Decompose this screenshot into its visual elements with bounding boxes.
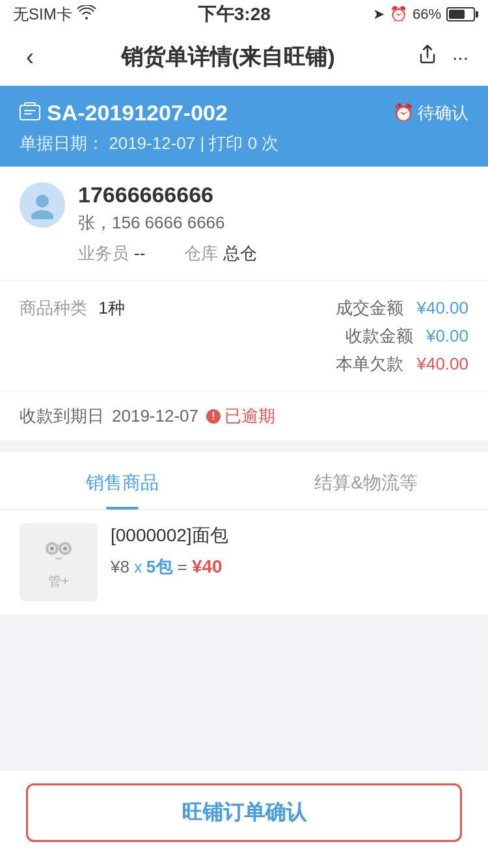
receive-amount-value: ¥0.00: [426, 326, 468, 346]
overdue-dot-icon: !: [206, 409, 221, 424]
receive-amount-label: 收款金额: [346, 325, 413, 347]
deal-amount-label: 成交金额: [336, 297, 403, 319]
product-info: [0000002]面包 ¥8 x 5包 = ¥40: [111, 523, 468, 578]
product-qty: 5包: [146, 557, 172, 576]
product-type: 商品种类 1种: [20, 297, 125, 319]
due-date-section: 收款到期日 2019-12-07 ! 已逾期: [0, 391, 488, 441]
carrier-label: 无SIM卡: [13, 4, 72, 25]
product-name: [0000002]面包: [111, 523, 468, 548]
product-total: ¥40: [192, 556, 223, 576]
owed-amount-label: 本单欠款: [336, 353, 403, 375]
svg-rect-0: [20, 105, 40, 120]
order-icon: [20, 100, 40, 126]
thumb-sub-label: 管+: [48, 573, 69, 590]
tabs-bar: 销售商品 结算&物流等: [0, 452, 488, 510]
time-display: 下午3:28: [198, 2, 271, 27]
owed-amount-row: 本单欠款 ¥40.00: [336, 353, 468, 375]
status-left: 无SIM卡: [13, 4, 96, 25]
order-header-top: SA-20191207-002 ⏰ 待确认: [20, 100, 468, 126]
product-card: 管+ [0000002]面包 ¥8 x 5包 = ¥40: [0, 510, 488, 614]
nav-actions: ···: [416, 43, 468, 71]
product-price: ¥8 x 5包 = ¥40: [111, 556, 468, 578]
customer-card: 17666666666 张，156 6666 6666 业务员 -- 仓库 总仓…: [0, 167, 488, 441]
location-icon: ➤: [373, 6, 385, 23]
page-title: 销货单详情(来自旺铺): [121, 42, 335, 72]
customer-meta: 业务员 -- 仓库 总仓: [78, 242, 468, 265]
svg-point-2: [31, 210, 53, 219]
bottom-bar: 旺铺订单确认: [0, 770, 488, 868]
customer-phone: 17666666666: [78, 182, 468, 208]
status-clock-icon: ⏰: [393, 103, 414, 123]
product-item: 管+ [0000002]面包 ¥8 x 5包 = ¥40: [0, 510, 488, 614]
battery-icon: [446, 7, 475, 21]
tab-settlement[interactable]: 结算&物流等: [244, 452, 488, 509]
order-number: SA-20191207-002: [20, 100, 228, 126]
customer-info: 17666666666 张，156 6666 6666 业务员 -- 仓库 总仓: [78, 182, 468, 265]
wifi-icon: [77, 5, 96, 23]
warehouse-info: 仓库 总仓: [184, 242, 257, 265]
customer-name: 张，156 6666 6666: [78, 211, 468, 234]
status-bar: 无SIM卡 下午3:28 ➤ ⏰ 66%: [0, 0, 488, 29]
amount-totals: 成交金额 ¥40.00 收款金额 ¥0.00 本单欠款 ¥40.00: [336, 297, 468, 375]
multiply-icon: x: [134, 558, 146, 576]
confirm-order-button[interactable]: 旺铺订单确认: [26, 783, 462, 842]
tab-sales-products[interactable]: 销售商品: [0, 452, 244, 509]
alarm-icon: ⏰: [390, 6, 407, 23]
svg-point-7: [50, 547, 54, 550]
sales-value: --: [134, 243, 145, 264]
product-thumbnail: 管+: [20, 523, 98, 601]
due-date-label: 收款到期日: [20, 405, 104, 427]
thumb-logo: [36, 534, 81, 573]
deal-amount-value: ¥40.00: [416, 298, 468, 318]
deal-amount-row: 成交金额 ¥40.00: [336, 297, 468, 319]
due-date-value: 2019-12-07: [112, 406, 198, 426]
equals-sign: =: [178, 557, 192, 576]
sales-info: 业务员 --: [78, 242, 145, 265]
status-right: ➤ ⏰ 66%: [373, 6, 475, 23]
overdue-text: 已逾期: [224, 405, 275, 427]
price-unit: ¥8: [111, 557, 129, 576]
order-status: ⏰ 待确认: [393, 102, 468, 124]
product-type-value: 1种: [98, 298, 124, 318]
sales-label: 业务员: [78, 242, 129, 265]
battery-label: 66%: [413, 6, 441, 23]
customer-section: 17666666666 张，156 6666 6666 业务员 -- 仓库 总仓: [0, 167, 488, 280]
svg-point-1: [36, 195, 49, 208]
receive-amount-row: 收款金额 ¥0.00: [346, 325, 468, 347]
more-button[interactable]: ···: [452, 46, 468, 68]
warehouse-label: 仓库: [184, 242, 218, 265]
product-type-label: 商品种类: [20, 298, 87, 318]
avatar: [20, 182, 65, 228]
nav-bar: ‹ 销货单详情(来自旺铺) ···: [0, 29, 488, 86]
overdue-badge: ! 已逾期: [206, 405, 275, 427]
warehouse-value: 总仓: [223, 242, 257, 265]
order-date: 单据日期： 2019-12-07 | 打印 0 次: [20, 132, 468, 155]
back-button[interactable]: ‹: [20, 37, 40, 77]
amounts-section: 商品种类 1种 成交金额 ¥40.00 收款金额 ¥0.00 本单欠款 ¥40.…: [0, 280, 488, 391]
order-header: SA-20191207-002 ⏰ 待确认 单据日期： 2019-12-07 |…: [0, 86, 488, 167]
share-button[interactable]: [416, 43, 439, 71]
bottom-spacer: [0, 626, 488, 756]
svg-point-8: [63, 547, 67, 550]
owed-amount-value: ¥40.00: [416, 354, 468, 374]
